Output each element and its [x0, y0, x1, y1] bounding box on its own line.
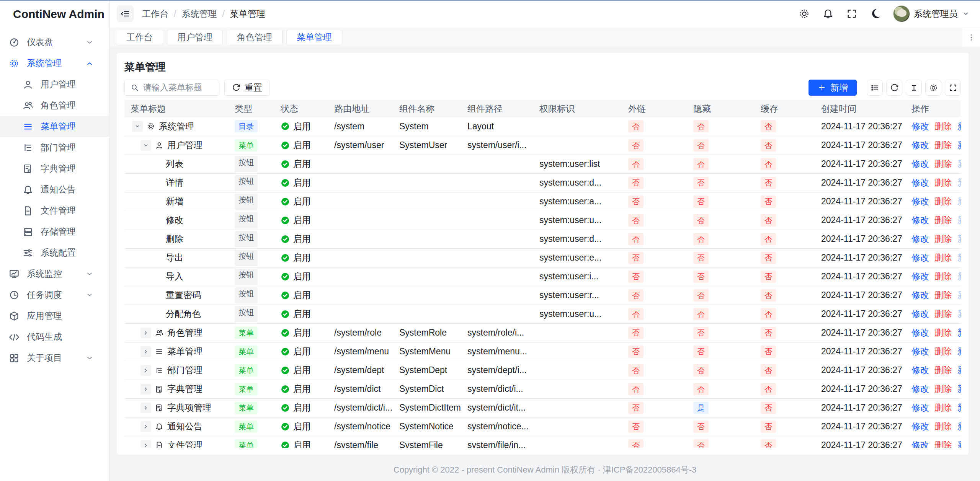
sidebar-item-cube[interactable]: 应用管理 — [0, 305, 109, 326]
del-row-link[interactable]: 删除 — [934, 346, 952, 357]
sidebar-item-sliders[interactable]: 系统配置 — [0, 242, 109, 263]
edit-row-link[interactable]: 修改 — [911, 252, 929, 264]
status-check-icon — [281, 197, 290, 206]
edit-row-link[interactable]: 修改 — [911, 177, 929, 189]
del-row-link[interactable]: 删除 — [934, 196, 952, 207]
add-row-link[interactable]: 新增 — [957, 327, 961, 339]
sidebar-item-grid[interactable]: 关于项目 — [0, 347, 109, 368]
tab-角色管理[interactable]: 角色管理 — [227, 30, 283, 45]
menu-user-icon — [155, 141, 164, 150]
menu-fold-icon — [120, 8, 131, 19]
add-row-link[interactable]: 新增 — [957, 139, 961, 151]
sidebar-item-bell[interactable]: 通知公告 — [0, 179, 109, 200]
edit-row-link[interactable]: 修改 — [911, 421, 929, 432]
expand-row-button[interactable] — [140, 403, 151, 413]
user-avatar[interactable] — [893, 5, 910, 22]
sidebar-item-dict[interactable]: 字典管理 — [0, 158, 109, 179]
dark-mode-moon-icon[interactable] — [869, 8, 882, 20]
del-row-link[interactable]: 删除 — [934, 364, 952, 376]
add-row-link[interactable]: 新增 — [957, 402, 961, 414]
edit-row-link[interactable]: 修改 — [911, 139, 929, 151]
edit-row-link[interactable]: 修改 — [911, 402, 929, 414]
settings-icon[interactable] — [798, 8, 810, 20]
edit-row-link[interactable]: 修改 — [911, 289, 929, 301]
edit-row-link[interactable]: 修改 — [911, 346, 929, 357]
edit-row-link[interactable]: 修改 — [911, 214, 929, 226]
del-row-link[interactable]: 删除 — [934, 402, 952, 414]
table-settings-button[interactable] — [925, 80, 941, 96]
add-row-link[interactable]: 新增 — [957, 439, 961, 448]
del-row-link[interactable]: 删除 — [934, 158, 952, 170]
edit-row-link[interactable]: 修改 — [911, 364, 929, 376]
del-row-link[interactable]: 删除 — [934, 327, 952, 339]
sidebar-item-user[interactable]: 用户管理 — [0, 74, 109, 95]
hidden-flag: 否 — [693, 252, 709, 264]
table-fullscreen-button[interactable] — [945, 80, 961, 96]
search-input[interactable] — [143, 83, 214, 93]
breadcrumb-item[interactable]: 工作台 — [142, 8, 168, 20]
edit-row-link[interactable]: 修改 — [911, 121, 929, 132]
del-row-link[interactable]: 删除 — [934, 308, 952, 320]
tab-用户管理[interactable]: 用户管理 — [167, 30, 223, 45]
del-row-link[interactable]: 删除 — [934, 121, 952, 132]
collapse-row-button[interactable] — [140, 140, 151, 151]
edit-row-link[interactable]: 修改 — [911, 196, 929, 207]
row-height-button[interactable] — [906, 80, 922, 96]
del-row-link[interactable]: 删除 — [934, 139, 952, 151]
sidebar-item-dashboard[interactable]: 仪表盘 — [0, 32, 109, 53]
refresh-table-button[interactable] — [886, 80, 902, 96]
reset-button[interactable]: 重置 — [224, 80, 270, 96]
edit-row-link[interactable]: 修改 — [911, 233, 929, 245]
del-row-link[interactable]: 删除 — [934, 383, 952, 395]
tab-工作台[interactable]: 工作台 — [116, 30, 163, 45]
add-button[interactable]: 新增 — [808, 80, 857, 96]
edit-row-link[interactable]: 修改 — [911, 327, 929, 339]
edit-row-link[interactable]: 修改 — [911, 308, 929, 320]
expand-row-button[interactable] — [140, 384, 151, 395]
expand-row-button[interactable] — [140, 440, 151, 448]
cache-flag: 否 — [761, 177, 776, 189]
sidebar-item-storage[interactable]: 存储管理 — [0, 221, 109, 242]
del-row-link[interactable]: 删除 — [934, 252, 952, 264]
sidebar-item-clock[interactable]: 任务调度 — [0, 284, 109, 305]
del-row-link[interactable]: 删除 — [934, 271, 952, 282]
expand-row-button[interactable] — [140, 346, 151, 357]
sidebar-item-users[interactable]: 角色管理 — [0, 95, 109, 116]
status-badge: 启用 — [281, 439, 324, 448]
breadcrumb-item[interactable]: 系统管理 — [181, 8, 217, 20]
add-row-link[interactable]: 新增 — [957, 364, 961, 376]
del-row-link[interactable]: 删除 — [934, 421, 952, 432]
plus-icon — [817, 83, 826, 92]
tab-more-button[interactable] — [962, 28, 980, 47]
collapse-row-button[interactable] — [132, 121, 143, 132]
del-row-link[interactable]: 删除 — [934, 214, 952, 226]
sidebar-collapse-button[interactable] — [117, 5, 134, 22]
expand-row-button[interactable] — [140, 421, 151, 432]
sidebar-item-file[interactable]: 文件管理 — [0, 200, 109, 221]
sidebar-item-gear[interactable]: 系统管理 — [0, 53, 109, 74]
user-menu[interactable]: 系统管理员 — [893, 5, 970, 22]
sidebar-item-monitor[interactable]: 系统监控 — [0, 263, 109, 284]
add-row-link[interactable]: 新增 — [957, 383, 961, 395]
sidebar-item-tree[interactable]: 部门管理 — [0, 137, 109, 158]
notifications-bell-icon[interactable] — [822, 8, 834, 20]
expand-row-button[interactable] — [140, 365, 151, 376]
sidebar-item-menu[interactable]: 菜单管理 — [0, 116, 109, 137]
edit-row-link[interactable]: 修改 — [911, 439, 929, 448]
edit-row-link[interactable]: 修改 — [911, 383, 929, 395]
add-row-link[interactable]: 新增 — [957, 346, 961, 357]
del-row-link[interactable]: 删除 — [934, 177, 952, 189]
add-row-link[interactable]: 新增 — [957, 421, 961, 432]
column-list-button[interactable] — [867, 80, 883, 96]
sidebar-item-code[interactable]: 代码生成 — [0, 326, 109, 347]
del-row-link[interactable]: 删除 — [934, 289, 952, 301]
del-row-link[interactable]: 删除 — [934, 439, 952, 448]
edit-row-link[interactable]: 修改 — [911, 158, 929, 170]
menu-title: 导出 — [166, 252, 183, 264]
add-row-link[interactable]: 新增 — [957, 121, 961, 132]
edit-row-link[interactable]: 修改 — [911, 271, 929, 282]
tab-菜单管理[interactable]: 菜单管理 — [286, 30, 342, 45]
expand-row-button[interactable] — [140, 328, 151, 338]
fullscreen-icon[interactable] — [846, 8, 858, 20]
del-row-link[interactable]: 删除 — [934, 233, 952, 245]
